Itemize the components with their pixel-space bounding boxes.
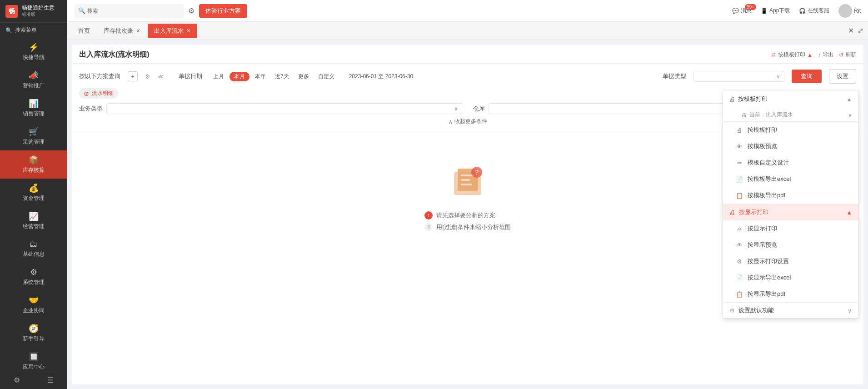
dropdown-collapse-icon[interactable]: ▲ [846,96,852,103]
step1-text: 请先选择要分析的方案 [436,211,495,219]
dropdown-display-export-excel[interactable]: 📄 按显示导出excel [723,269,858,286]
dropdown-display-preview[interactable]: 👁 按显示预览 [723,237,858,253]
topbar-gear-icon[interactable]: ⚙ [188,6,195,15]
sidebar-item-basic[interactable]: 🗂 基础信息 [0,235,67,263]
date-opt-this-year[interactable]: 本年 [251,72,269,81]
page-header: 出入库流水(流水明细) 🖨 按模板打印 ▲ ↑ 导出 ↺ 刷新 [72,45,863,64]
date-range-label: 2023-06-01 至 2023-06-30 [349,73,413,80]
dropdown-current-item: 🖨 当前：出入库流水 ∨ [723,108,858,121]
type-select[interactable]: ∨ [693,71,784,82]
sidebar-item-sales[interactable]: 📊 销售管理 [0,94,67,122]
date-opt-more[interactable]: 更多 [294,72,313,81]
user-avatar-area[interactable]: Rit [838,4,861,18]
date-opt-7days[interactable]: 近7天 [271,72,293,81]
sidebar-item-label: 新手引导 [23,335,45,343]
display-section-arrow: ▲ [846,209,852,216]
dropdown-template-export-pdf[interactable]: 📋 按模板导出pdf [723,187,858,204]
tab-close-flow[interactable]: ✕ [186,28,191,34]
tab-close-window-icon[interactable]: ✕ [848,26,854,35]
empty-step-1: 1 请先选择要分析的方案 [424,211,510,219]
filter-settings-icon[interactable]: ⚙ [145,73,150,80]
sidebar-item-guide[interactable]: 🧭 新手引导 [0,319,67,347]
avatar[interactable] [838,4,852,18]
dropdown-template-print[interactable]: 🖨 按模板打印 [723,122,858,138]
experience-btn[interactable]: 体验行业方案 [199,4,247,18]
sidebar-search-label: 搜索菜单 [15,26,37,34]
tab-label: 库存批次账 [104,27,133,35]
empty-steps: 1 请先选择要分析的方案 2 用[过滤]条件来缩小分析范围 [424,211,510,231]
sidebar-item-collab[interactable]: 🤝 企业协同 [0,291,67,319]
sidebar-item-inventory[interactable]: 📦 库存核算 [0,150,67,179]
online-service-btn[interactable]: 🎧 在线客服 [799,7,829,15]
date-opt-this-month[interactable]: 本月 [229,72,249,81]
sidebar-menu-icon[interactable]: ☰ [47,376,54,384]
dropdown-footer[interactable]: ⚙ 设置默认功能 ∨ [723,303,858,318]
app-icon: 📱 [761,8,768,14]
sidebar-item-label: 销售管理 [23,110,45,118]
sidebar-item-quick-nav[interactable]: ⚡ 快捷导航 [0,38,67,66]
system-icon: ⚙ [30,267,37,277]
filter-add-btn[interactable]: + [128,71,138,81]
sidebar-item-apps[interactable]: 🔲 应用中心 [0,347,67,371]
date-opt-last-month[interactable]: 上月 [210,72,228,81]
collab-icon: 🤝 [29,295,39,305]
main-content: 🔍 ⚙ 体验行业方案 💬 消息 99+ 📱 App下载 🎧 在线客服 Rit [67,0,868,389]
display-section-header[interactable]: 🖨 按显示打印 ▲ [723,204,858,220]
sidebar-item-finance[interactable]: 💰 资金管理 [0,179,67,207]
sidebar-settings-icon[interactable]: ⚙ [14,376,20,384]
sidebar-item-label: 经营管理 [23,223,45,230]
tag-label: 流水明细 [92,90,114,97]
sidebar-item-purchase[interactable]: 🛒 采购管理 [0,122,67,150]
display-pdf-icon: 📋 [736,290,743,298]
print-arrow-icon: ▲ [807,52,813,58]
sales-icon: 📊 [29,99,39,109]
dropdown-template-custom[interactable]: ✏ 模板自定义设计 [723,155,858,171]
tab-close-batch[interactable]: ✕ [136,28,140,34]
sidebar-item-marketing[interactable]: 📣 营销推广 [0,66,67,94]
template-print-label: 按模板打印 [748,126,777,134]
template-custom-label: 模板自定义设计 [748,159,789,167]
query-btn[interactable]: 查询 [792,70,822,83]
refresh-label: 刷新 [845,51,856,59]
current-arrow: ∨ [848,112,852,118]
dropdown-display-print[interactable]: 🖨 按显示打印 [723,220,858,237]
dropdown-display-settings[interactable]: ⚙ 按显示打印设置 [723,253,858,269]
sidebar-item-system[interactable]: ⚙ 系统管理 [0,263,67,291]
dropdown-template-preview[interactable]: 👁 按模板预览 [723,138,858,155]
biz-type-arrow: ∨ [454,105,458,112]
sidebar-item-ops[interactable]: 📈 经营管理 [0,207,67,235]
refresh-icon: ↺ [839,52,843,58]
biz-type-label: 业务类型 [79,105,103,113]
purchase-icon: 🛒 [29,127,39,137]
dropdown-header-title: 🖨 按模板打印 [729,95,768,103]
dropdown-template-export-excel[interactable]: 📄 按模板导出excel [723,171,858,187]
warehouse-label: 仓库 [473,105,485,113]
template-section: 🖨 按模板打印 👁 按模板预览 ✏ 模板自定义设计 📄 按模板导出excel [723,122,858,204]
finance-icon: 💰 [29,183,39,193]
refresh-btn[interactable]: ↺ 刷新 [839,51,856,59]
filter-tag: ⊕ 流水明细 [79,88,118,99]
sidebar-logo: 畅 畅捷通好生意 标准版 [0,0,67,23]
message-btn[interactable]: 💬 消息 99+ [732,7,752,15]
ops-icon: 📈 [29,211,39,221]
biz-type-select[interactable]: ∨ [106,103,462,114]
print-btn[interactable]: 🖨 按模板打印 ▲ [771,51,813,59]
sidebar-search[interactable]: 🔍 搜索菜单 [0,23,67,38]
tab-flow[interactable]: 出入库流水 ✕ [148,24,197,38]
date-opt-custom[interactable]: 自定义 [314,72,338,81]
footer-arrow: ∨ [848,307,852,314]
apps-icon: 🔲 [29,352,39,362]
sidebar-item-label: 资金管理 [23,194,45,202]
topbar-search-wrap[interactable]: 🔍 [75,4,184,18]
topbar-search-input[interactable] [87,8,180,14]
settings-btn[interactable]: 设置 [829,69,856,84]
tab-batch-account[interactable]: 库存批次账 ✕ [97,24,147,38]
app-download-btn[interactable]: 📱 App下载 [761,7,790,15]
filter-collapse-icon[interactable]: ≪ [158,73,164,80]
guide-icon: 🧭 [29,324,39,334]
export-btn[interactable]: ↑ 导出 [818,51,833,59]
collapse-btn[interactable]: ∧ 收起更多条件 [449,118,487,125]
tab-expand-icon[interactable]: ⤢ [858,26,863,35]
tab-home[interactable]: 首页 [72,24,96,38]
dropdown-display-export-pdf[interactable]: 📋 按显示导出pdf [723,286,858,302]
